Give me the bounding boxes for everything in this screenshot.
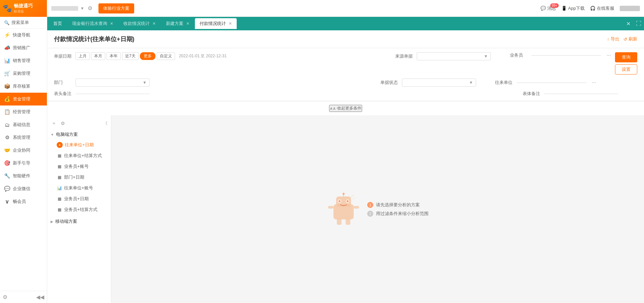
- topbar-right: 💬 消息 99+ 📱 App下载 🎧 在线客服: [540, 5, 640, 11]
- sidebar-item-quick-nav[interactable]: ⚡ 快捷导航: [0, 29, 47, 41]
- scheme-item-partner-date[interactable]: ● 往来单位+日期: [47, 140, 111, 150]
- desktop-group-header[interactable]: ▼ 电脑端方案: [47, 129, 111, 140]
- source-select[interactable]: ▼: [417, 52, 491, 60]
- scheme-item-agent-settle[interactable]: ▦ 业务员+结算方式: [47, 204, 111, 215]
- chevron-down-icon: ▼: [80, 6, 84, 11]
- marketing-icon: 📣: [4, 45, 10, 51]
- collapse-bar: ∧∧ 收起更多条件: [47, 101, 644, 115]
- dept-select[interactable]: ▼: [76, 79, 150, 87]
- triangle-right-icon: ▶: [51, 220, 53, 223]
- service-icon: 🎧: [590, 6, 595, 11]
- sales-icon: 📊: [4, 58, 10, 64]
- search-menu-item[interactable]: 🔍 搜索菜单: [0, 17, 47, 29]
- tab-receivable-close-icon[interactable]: ✕: [152, 21, 156, 26]
- status-select[interactable]: ▼: [402, 79, 476, 87]
- page-actions: ↑ 导出 ↺ 刷新: [607, 36, 638, 42]
- export-button[interactable]: ↑ 导出: [607, 36, 620, 42]
- scheme-item-label: 业务员+账号: [64, 163, 89, 170]
- svg-point-4: [339, 200, 341, 202]
- scheme-item-agent-account[interactable]: ▦ 业务员+账号: [47, 161, 111, 172]
- add-scheme-icon[interactable]: ＋: [51, 120, 57, 127]
- partner-more-icon[interactable]: ···: [592, 80, 596, 86]
- date-btn-7days[interactable]: 近7天: [122, 52, 139, 60]
- header-note-input[interactable]: [76, 94, 150, 94]
- tab-payment-label: 付款情况统计: [200, 21, 226, 27]
- filter-row-1: 单据日期 上月 本月 本年 近7天 更多 自定义 2022-01-01 至 20…: [54, 52, 637, 74]
- date-label: 单据日期: [54, 53, 73, 59]
- download-icon: 📱: [561, 6, 567, 11]
- management-icon: 📋: [4, 109, 10, 115]
- tab-payment[interactable]: 付款情况统计 ✕: [195, 18, 237, 29]
- partner-input[interactable]: [517, 83, 586, 83]
- date-btn-more[interactable]: 更多: [140, 52, 155, 60]
- collapse-conditions-button[interactable]: ∧∧ 收起更多条件: [329, 105, 362, 112]
- scheme-item-partner-settle[interactable]: ▦ 往来单位+结算方式: [47, 150, 111, 161]
- scheme-item-label: 往来单位+结算方式: [64, 153, 102, 159]
- sidebar-item-hardware[interactable]: 🔧 智能硬件: [0, 170, 47, 182]
- date-range-text: 2022-01-01 至 2022-12-31: [179, 53, 227, 59]
- tab-home[interactable]: 首页: [49, 18, 67, 29]
- tab-payment-close-icon[interactable]: ✕: [229, 21, 232, 26]
- date-btn-last-month[interactable]: 上月: [76, 52, 90, 60]
- tip-1-text: 请先选择要分析的方案: [376, 202, 420, 208]
- sidebar-item-inventory[interactable]: 📦 库存核算: [0, 80, 47, 93]
- tab-bank-close-icon[interactable]: ✕: [110, 21, 113, 26]
- expand-tab-icon[interactable]: ⛶: [635, 19, 643, 28]
- message-badge[interactable]: 💬 消息 99+: [540, 5, 556, 11]
- header-note-group: 表头备注: [54, 91, 523, 97]
- settings-gear-icon[interactable]: ⚙: [88, 5, 92, 11]
- app-download[interactable]: 📱 App下载: [561, 5, 585, 11]
- tab-new-scheme[interactable]: 新建方案 ✕: [161, 18, 194, 29]
- agent-input[interactable]: [531, 55, 601, 56]
- system-icon: ⚙: [4, 134, 10, 141]
- agent-more-icon[interactable]: ···: [607, 52, 611, 58]
- settings-icon[interactable]: ⚙: [3, 294, 7, 300]
- refresh-button[interactable]: ↺ 刷新: [623, 36, 637, 42]
- settings-button[interactable]: 设置: [615, 64, 637, 74]
- main-content: ▼ ⚙ 体验行业方案 💬 消息 99+ 📱 App下载 🎧 在线客服 首页: [47, 0, 644, 303]
- query-button[interactable]: 查询: [615, 52, 637, 62]
- search-icon: 🔍: [4, 20, 9, 25]
- settings-scheme-icon[interactable]: ⚙: [59, 120, 66, 127]
- sidebar-item-purchase[interactable]: 🛒 采购管理: [0, 67, 47, 80]
- sidebar-item-label: 基础信息: [13, 122, 30, 128]
- scheme-item-dept-date[interactable]: ▦ 部门+日期: [47, 172, 111, 183]
- date-btn-this-month[interactable]: 本月: [91, 52, 105, 60]
- collapse-scheme-icon[interactable]: 《: [103, 120, 108, 126]
- tab-bank[interactable]: 现金银行流水查询 ✕: [67, 18, 118, 29]
- date-btn-custom[interactable]: 自定义: [157, 52, 175, 60]
- sidebar-item-label: 快捷导航: [13, 32, 30, 38]
- sidebar-item-guide[interactable]: 🎯 新手引导: [0, 157, 47, 170]
- collapse-sidebar-icon[interactable]: ◀◀: [36, 294, 44, 300]
- close-tab-icon[interactable]: ✕: [625, 19, 632, 28]
- sidebar-item-sales[interactable]: 📊 销售管理: [0, 54, 47, 67]
- mobile-group-header[interactable]: ▶ 移动端方案: [47, 216, 111, 226]
- scheme-panel: ＋ ⚙ 《 ▼ 电脑端方案 ● 往来单位+日期: [47, 115, 111, 303]
- date-buttons: 上月 本月 本年 近7天 更多 自定义: [76, 52, 175, 60]
- scheme-item-label: 业务员+结算方式: [64, 207, 97, 213]
- scheme-item-agent-date[interactable]: ▦ 业务员+日期: [47, 193, 111, 204]
- tab-receivable[interactable]: 收款情况统计 ✕: [119, 18, 160, 29]
- trial-industry-button[interactable]: 体验行业方案: [98, 3, 134, 13]
- table-icon: ▦: [57, 153, 62, 158]
- company-selector[interactable]: ▼: [51, 6, 84, 11]
- mobile-group-label: 移动端方案: [55, 218, 77, 224]
- date-btn-this-year[interactable]: 本年: [107, 52, 121, 60]
- sidebar-item-system[interactable]: ⚙ 系统管理: [0, 131, 47, 144]
- sidebar-item-enterprise[interactable]: 🤝 企业协同: [0, 144, 47, 157]
- sidebar-item-weixin[interactable]: 💬 企业微信: [0, 182, 47, 195]
- sidebar-item-management[interactable]: 📋 经营管理: [0, 105, 47, 118]
- desktop-group-label: 电脑端方案: [56, 131, 78, 138]
- tabs-actions: ✕ ⛶: [625, 19, 643, 28]
- sidebar-item-capital[interactable]: 💰 资金管理: [0, 93, 47, 105]
- online-service[interactable]: 🎧 在线客服: [590, 5, 614, 11]
- sidebar-item-marketing[interactable]: 📣 营销推广: [0, 41, 47, 54]
- sidebar-item-basic[interactable]: 🗂 基础信息: [0, 118, 47, 131]
- sidebar-item-vip[interactable]: ∨ 畅会员: [0, 195, 47, 208]
- capital-icon: 💰: [4, 96, 10, 102]
- tab-new-scheme-close-icon[interactable]: ✕: [186, 21, 189, 26]
- scheme-item-partner-account[interactable]: 📊 往来单位+账号: [47, 183, 111, 193]
- user-avatar[interactable]: [620, 6, 640, 11]
- triangle-down-icon: ▼: [51, 133, 54, 137]
- body-note-input[interactable]: [544, 94, 618, 94]
